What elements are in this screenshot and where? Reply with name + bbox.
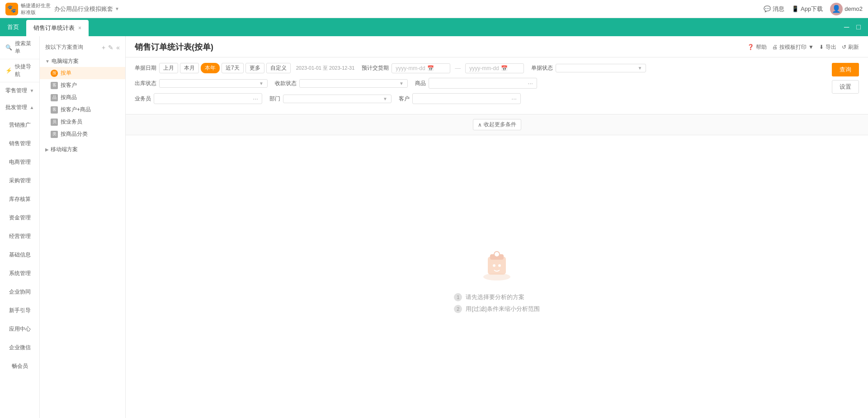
- date-btn-this-year[interactable]: 本年: [201, 63, 220, 73]
- salesman-filter: 业务员 ···: [135, 93, 262, 104]
- date-label: 单据日期: [135, 64, 156, 72]
- filter-row-1: 单据日期 上月 本月 本年 近7天 更多 自定义 2023-01-01 至 20…: [135, 63, 825, 73]
- sidebar-item-inventory[interactable]: 库存核算: [0, 190, 39, 209]
- sidebar-item-operations[interactable]: 经营管理: [0, 227, 39, 246]
- scheme-item-by-order[interactable]: 按 按单: [40, 67, 125, 79]
- scheme-item-by-goods[interactable]: 品 按商品: [40, 91, 125, 104]
- date-btn-7days[interactable]: 近7天: [222, 63, 244, 73]
- scheme-icon-sq: 客: [51, 82, 58, 89]
- filter-right-actions: 查询 设置: [832, 63, 859, 94]
- sidebar-item-marketing[interactable]: 营销推广: [0, 116, 39, 134]
- expected-date-to[interactable]: yyyy-mm-dd 📅: [465, 63, 524, 73]
- edit-scheme-button[interactable]: ✎: [108, 44, 113, 51]
- customer-input[interactable]: ···: [412, 93, 521, 104]
- delivery-status-select[interactable]: ▼: [159, 79, 268, 88]
- date-btn-custom[interactable]: 自定义: [266, 63, 291, 73]
- scheme-icon-customer-goods: 客: [51, 106, 58, 114]
- search-icon: 🔍: [5, 44, 12, 51]
- scheme-item-by-customer[interactable]: 客 按客户: [40, 79, 125, 91]
- delivery-status-label: 出库状态: [135, 80, 156, 87]
- sidebar-item-wholesale[interactable]: 批发管理 ▲: [0, 99, 39, 116]
- tab-sales-order[interactable]: 销售订单统计表 ×: [26, 20, 89, 36]
- right-main: 销售订单统计表(按单) ❓ 帮助 🖨 按模板打印 ▼ ⬇ 导出: [126, 36, 868, 418]
- collapse-more-button[interactable]: ∧ 收起更多条件: [473, 119, 521, 130]
- sidebar-item-newbie[interactable]: 新手引导: [0, 301, 39, 320]
- add-scheme-button[interactable]: +: [102, 44, 105, 51]
- receive-status-select[interactable]: ▼: [299, 79, 408, 88]
- logo-text: 畅捷通好生意 标准版: [21, 2, 51, 15]
- empty-state: 1 请先选择要分析的方案 2 用[过滤]条件来缩小分析范围: [126, 135, 868, 418]
- sidebar-item-basic-info[interactable]: 基础信息: [0, 246, 39, 264]
- logo-area: 🐾 畅捷通好生意 标准版: [5, 2, 51, 15]
- help-icon: ❓: [747, 44, 754, 50]
- date-btn-last-month[interactable]: 上月: [159, 63, 178, 73]
- sidebar-item-sales[interactable]: 销售管理: [0, 134, 39, 153]
- dept-select[interactable]: ▼: [283, 95, 392, 103]
- doc-status-label: 单据状态: [531, 64, 553, 72]
- doc-status-filter: 单据状态 ▼: [531, 64, 646, 72]
- logo-icon: 🐾: [5, 3, 18, 15]
- sidebar-item-app-center[interactable]: 应用中心: [0, 320, 39, 338]
- settings-button[interactable]: 设置: [832, 80, 859, 94]
- scheme-item-by-customer-goods[interactable]: 客 按客户+商品: [40, 104, 125, 116]
- app-download-button[interactable]: 📱 App下载: [792, 5, 823, 13]
- pc-scheme-group: ▼ 电脑端方案 按 按单 客 按客户 品 按商品 客 按客户+商品: [40, 54, 125, 142]
- page-header: 销售订单统计表(按单) ❓ 帮助 🖨 按模板打印 ▼ ⬇ 导出: [126, 36, 868, 57]
- sidebar-item-ecommerce[interactable]: 电商管理: [0, 153, 39, 171]
- chevron-down-status-icon: ▼: [637, 66, 642, 71]
- sidebar-search[interactable]: 🔍 搜索菜单: [0, 36, 39, 59]
- sidebar-quick-nav[interactable]: ⚡ 快捷导航: [0, 59, 39, 82]
- sidebar-item-enterprise-collab[interactable]: 企业协同: [0, 283, 39, 301]
- message-button[interactable]: 💬 消息: [764, 5, 784, 13]
- tab-close-icon[interactable]: ×: [78, 25, 81, 31]
- sidebar-item-purchase[interactable]: 采购管理: [0, 171, 39, 190]
- salesman-input[interactable]: ···: [154, 93, 262, 104]
- goods-input[interactable]: ···: [429, 78, 537, 89]
- export-button[interactable]: ⬇ 导出: [819, 43, 836, 51]
- tab-home[interactable]: 首页: [0, 18, 26, 36]
- page-header-actions: ❓ 帮助 🖨 按模板打印 ▼ ⬇ 导出 ↺ 刷新: [747, 43, 859, 51]
- date-placeholder-from: yyyy-mm-dd: [396, 65, 425, 71]
- scheme-item-by-category[interactable]: 类 按商品分类: [40, 128, 125, 140]
- collapse-icon: ∧: [478, 122, 482, 128]
- nav-icon: ⚡: [5, 67, 12, 74]
- mobile-scheme-group-title[interactable]: ▶ 移动端方案: [40, 144, 125, 155]
- doc-status-select[interactable]: ▼: [556, 64, 646, 72]
- expected-date-from[interactable]: yyyy-mm-dd 📅: [392, 63, 450, 73]
- sidebar-item-finance[interactable]: 资金管理: [0, 209, 39, 227]
- scheme-item-by-salesman[interactable]: 员 按业务员: [40, 116, 125, 128]
- user-profile[interactable]: 👤 demo2: [830, 3, 863, 15]
- filter-row-3: 业务员 ··· 部门 ▼: [135, 93, 825, 104]
- collapse-panel-button[interactable]: «: [116, 44, 120, 51]
- sidebar-item-system[interactable]: 系统管理: [0, 264, 39, 283]
- tab-maximize-button[interactable]: □: [854, 21, 863, 33]
- collapse-row: ∧ 收起更多条件: [126, 114, 868, 135]
- chevron-down-delivery-icon: ▼: [259, 81, 264, 86]
- customer-more-icon[interactable]: ···: [511, 95, 517, 102]
- tab-bar-actions: ─ □: [842, 21, 868, 33]
- template-print-button[interactable]: 🖨 按模板打印 ▼: [772, 43, 814, 51]
- receive-status-label: 收款状态: [275, 80, 297, 87]
- sidebar-item-retail[interactable]: 零售管理 ▼: [0, 82, 39, 99]
- top-bar-right: 💬 消息 📱 App下载 👤 demo2: [764, 3, 863, 15]
- refresh-button[interactable]: ↺ 刷新: [842, 43, 859, 51]
- sidebar-item-member[interactable]: 畅会员: [0, 357, 39, 375]
- empty-tip-2: 2 用[过滤]条件来缩小分析范围: [454, 305, 539, 313]
- date-btn-more[interactable]: 更多: [245, 63, 264, 73]
- salesman-more-icon[interactable]: ···: [253, 95, 258, 102]
- query-button[interactable]: 查询: [832, 63, 859, 76]
- top-bar-title[interactable]: 办公用品行业模拟账套 ▼: [54, 5, 119, 13]
- customer-filter: 客户 ···: [399, 93, 521, 104]
- calendar-icon-from: 📅: [427, 65, 434, 71]
- date-btn-this-month[interactable]: 本月: [180, 63, 199, 73]
- message-icon: 💬: [764, 5, 771, 12]
- help-button[interactable]: ❓ 帮助: [747, 43, 767, 51]
- empty-tip-1: 1 请先选择要分析的方案: [454, 293, 539, 301]
- customer-label: 客户: [399, 95, 410, 103]
- goods-more-icon[interactable]: ···: [528, 80, 533, 87]
- main-layout: 🔍 搜索菜单 ⚡ 快捷导航 零售管理 ▼ 批发管理 ▲ 营销推广 销售管理 电商…: [0, 36, 868, 418]
- tab-minimize-button[interactable]: ─: [842, 21, 851, 33]
- pc-scheme-group-title[interactable]: ▼ 电脑端方案: [40, 56, 125, 67]
- sidebar-item-enterprise-wechat[interactable]: 企业微信: [0, 338, 39, 357]
- empty-tips: 1 请先选择要分析的方案 2 用[过滤]条件来缩小分析范围: [454, 293, 539, 313]
